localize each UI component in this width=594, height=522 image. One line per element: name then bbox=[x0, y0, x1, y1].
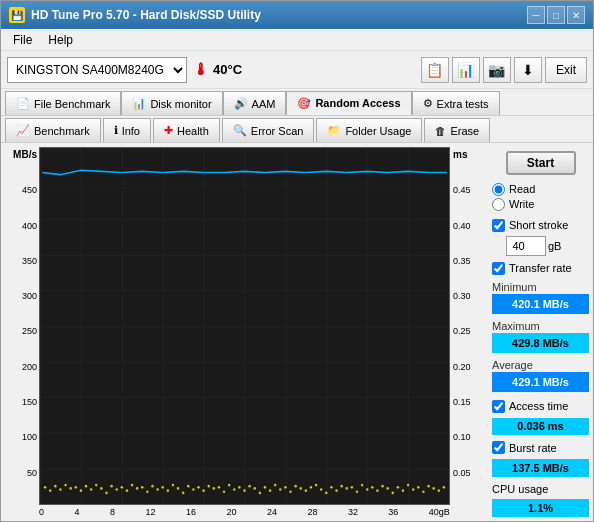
file-benchmark-icon: 📄 bbox=[16, 97, 30, 110]
x-12: 12 bbox=[145, 507, 155, 517]
svg-point-75 bbox=[417, 486, 419, 489]
extra-tests-icon: ⚙ bbox=[423, 97, 433, 110]
svg-point-76 bbox=[422, 490, 424, 493]
error-scan-icon: 🔍 bbox=[233, 124, 247, 137]
svg-point-35 bbox=[213, 487, 215, 490]
svg-point-63 bbox=[356, 490, 358, 493]
toolbar-btn-1[interactable]: 📋 bbox=[421, 57, 449, 83]
svg-point-2 bbox=[44, 486, 46, 489]
average-group: Average 429.1 MB/s bbox=[492, 359, 589, 392]
short-stroke-checkbox[interactable] bbox=[492, 219, 505, 232]
svg-point-18 bbox=[126, 489, 128, 492]
menu-file[interactable]: File bbox=[5, 31, 40, 49]
read-radio[interactable] bbox=[492, 183, 505, 196]
read-radio-item[interactable]: Read bbox=[492, 183, 589, 196]
svg-point-34 bbox=[207, 485, 209, 488]
x-28: 28 bbox=[307, 507, 317, 517]
svg-rect-1 bbox=[40, 148, 449, 504]
tab-erase[interactable]: 🗑 Erase bbox=[424, 118, 490, 142]
svg-point-12 bbox=[95, 484, 97, 487]
svg-point-30 bbox=[187, 485, 189, 488]
short-stroke-row[interactable]: Short stroke bbox=[492, 219, 589, 232]
minimize-button[interactable]: ─ bbox=[527, 6, 545, 24]
svg-point-26 bbox=[167, 489, 169, 492]
y-450: 450 bbox=[7, 185, 37, 195]
svg-point-23 bbox=[151, 485, 153, 488]
tab-random-access[interactable]: 🎯 Random Access bbox=[286, 91, 411, 115]
maximum-label: Maximum bbox=[492, 320, 589, 332]
svg-point-22 bbox=[146, 490, 148, 493]
transfer-rate-checkbox[interactable] bbox=[492, 262, 505, 275]
write-radio[interactable] bbox=[492, 198, 505, 211]
maximum-value: 429.8 MB/s bbox=[492, 333, 589, 353]
short-stroke-spinbox[interactable] bbox=[506, 236, 546, 256]
access-time-row[interactable]: Access time bbox=[492, 400, 589, 413]
svg-point-40 bbox=[238, 486, 240, 489]
close-button[interactable]: ✕ bbox=[567, 6, 585, 24]
svg-point-44 bbox=[259, 492, 261, 495]
svg-point-52 bbox=[300, 487, 302, 490]
maximum-group: Maximum 429.8 MB/s bbox=[492, 320, 589, 353]
svg-point-64 bbox=[361, 484, 363, 487]
svg-point-56 bbox=[320, 488, 322, 491]
toolbar-btn-3[interactable]: 📷 bbox=[483, 57, 511, 83]
svg-point-71 bbox=[397, 486, 399, 489]
svg-point-27 bbox=[172, 484, 174, 487]
svg-point-70 bbox=[392, 492, 394, 495]
svg-point-57 bbox=[325, 492, 327, 495]
svg-point-20 bbox=[136, 487, 138, 490]
disk-monitor-icon: 📊 bbox=[132, 97, 146, 110]
write-radio-item[interactable]: Write bbox=[492, 198, 589, 211]
svg-point-13 bbox=[100, 487, 102, 490]
burst-rate-checkbox[interactable] bbox=[492, 441, 505, 454]
tab-file-benchmark[interactable]: 📄 File Benchmark bbox=[5, 91, 121, 115]
main-content: MB/s 450 400 350 300 250 200 150 100 50 bbox=[1, 143, 593, 521]
svg-point-24 bbox=[156, 488, 158, 491]
main-window: 💾 HD Tune Pro 5.70 - Hard Disk/SSD Utili… bbox=[0, 0, 594, 522]
tab-disk-monitor[interactable]: 📊 Disk monitor bbox=[121, 91, 222, 115]
toolbar-btn-2[interactable]: 📊 bbox=[452, 57, 480, 83]
tab-error-scan[interactable]: 🔍 Error Scan bbox=[222, 118, 315, 142]
yr-010: 0.10 bbox=[453, 432, 481, 442]
tab-info[interactable]: ℹ Info bbox=[103, 118, 151, 142]
minimum-label: Minimum bbox=[492, 281, 589, 293]
y-100: 100 bbox=[7, 432, 37, 442]
burst-rate-row[interactable]: Burst rate bbox=[492, 441, 589, 454]
tab-aam[interactable]: 🔊 AAM bbox=[223, 91, 287, 115]
yr-035: 0.35 bbox=[453, 256, 481, 266]
random-access-icon: 🎯 bbox=[297, 97, 311, 110]
yr-015: 0.15 bbox=[453, 397, 481, 407]
x-16: 16 bbox=[186, 507, 196, 517]
drive-select[interactable]: KINGSTON SA400M8240G (240 gB) bbox=[7, 57, 187, 83]
window-title: HD Tune Pro 5.70 - Hard Disk/SSD Utility bbox=[31, 8, 261, 22]
svg-point-45 bbox=[264, 486, 266, 489]
y-50: 50 bbox=[7, 468, 37, 478]
tab-extra-tests[interactable]: ⚙ Extra tests bbox=[412, 91, 500, 115]
tab-health[interactable]: ✚ Health bbox=[153, 118, 220, 142]
tab-benchmark[interactable]: 📈 Benchmark bbox=[5, 118, 101, 142]
short-stroke-spinbox-row: gB bbox=[506, 236, 589, 256]
svg-point-72 bbox=[402, 489, 404, 492]
svg-point-31 bbox=[192, 488, 194, 491]
start-button[interactable]: Start bbox=[506, 151, 576, 175]
maximize-button[interactable]: □ bbox=[547, 6, 565, 24]
access-time-checkbox[interactable] bbox=[492, 400, 505, 413]
burst-rate-value: 137.5 MB/s bbox=[492, 459, 589, 477]
exit-button[interactable]: Exit bbox=[545, 57, 587, 83]
svg-point-69 bbox=[386, 487, 388, 490]
toolbar-btn-4[interactable]: ⬇ bbox=[514, 57, 542, 83]
y-250: 250 bbox=[7, 326, 37, 336]
tab-folder-usage[interactable]: 📁 Folder Usage bbox=[316, 118, 422, 142]
transfer-rate-label: Transfer rate bbox=[509, 262, 572, 274]
y-200: 200 bbox=[7, 362, 37, 372]
top-tabs: 📄 File Benchmark 📊 Disk monitor 🔊 AAM 🎯 … bbox=[1, 89, 593, 116]
yr-045: 0.45 bbox=[453, 185, 481, 195]
svg-point-74 bbox=[412, 488, 414, 491]
svg-point-4 bbox=[54, 485, 56, 488]
menu-help[interactable]: Help bbox=[40, 31, 81, 49]
svg-point-73 bbox=[407, 484, 409, 487]
svg-point-80 bbox=[443, 486, 445, 489]
svg-point-77 bbox=[427, 485, 429, 488]
transfer-rate-row[interactable]: Transfer rate bbox=[492, 262, 589, 275]
svg-point-68 bbox=[381, 485, 383, 488]
